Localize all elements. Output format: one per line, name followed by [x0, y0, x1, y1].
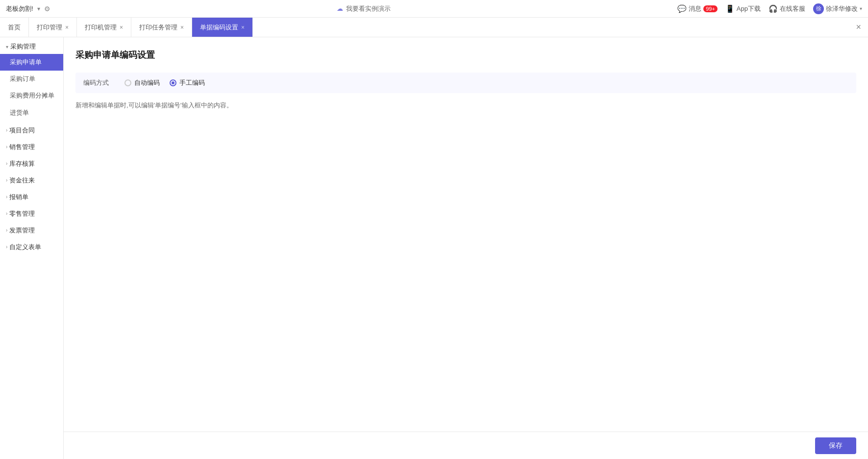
sidebar-group-sales-title[interactable]: › 销售管理	[0, 138, 63, 154]
tab-print-task[interactable]: 打印任务管理 ×	[131, 18, 192, 37]
reimbursement-arrow-icon: ›	[6, 194, 7, 200]
tab-code-setting-label: 单据编码设置	[200, 23, 238, 32]
tab-print-management[interactable]: 打印管理 ×	[29, 18, 77, 37]
auto-code-option[interactable]: 自动编码	[124, 78, 160, 87]
sidebar-group-custom-form: › 自定义表单	[0, 238, 63, 255]
purchase-group-label: 采购管理	[10, 42, 36, 51]
sidebar-group-invoice: › 发票管理	[0, 221, 63, 238]
sidebar-item-inbound[interactable]: 进货单	[0, 104, 63, 121]
tab-print-task-label: 打印任务管理	[139, 23, 177, 32]
sidebar-group-capital-title[interactable]: › 资金往来	[0, 171, 63, 188]
user-dropdown-icon: ▾	[860, 6, 862, 11]
app-download-button[interactable]: 📱 App下载	[725, 4, 761, 13]
sidebar-group-invoice-title[interactable]: › 发票管理	[0, 221, 63, 238]
close-all-tabs[interactable]: ×	[849, 18, 868, 37]
content-area: 采购申请单编码设置 编码方式 自动编码 手工编码	[64, 37, 868, 459]
tab-printer-management-close[interactable]: ×	[120, 24, 123, 31]
message-icon: 💬	[677, 4, 687, 13]
sidebar-group-purchase: ▾ 采购管理 采购申请单 采购订单 采购费用分摊单 进货单	[0, 37, 63, 121]
sales-arrow-icon: ›	[6, 144, 7, 150]
inventory-group-label: 库存核算	[9, 159, 35, 168]
retail-arrow-icon: ›	[6, 211, 7, 216]
sidebar-item-purchase-expense[interactable]: 采购费用分摊单	[0, 87, 63, 104]
tab-bar: 首页 打印管理 × 打印机管理 × 打印任务管理 × 单据编码设置 × ×	[0, 18, 868, 37]
sidebar-item-purchase-expense-label: 采购费用分摊单	[10, 92, 54, 99]
tab-code-setting[interactable]: 单据编码设置 ×	[192, 18, 253, 37]
page-title: 采购申请单编码设置	[75, 49, 856, 61]
sidebar-group-reimbursement: › 报销单	[0, 188, 63, 204]
tab-printer-management[interactable]: 打印机管理 ×	[77, 18, 131, 37]
service-label: 在线客服	[780, 4, 805, 13]
top-bar-left: 老板勿割! ▾ ⚙	[6, 4, 50, 13]
top-bar-right: 💬 消息 99+ 📱 App下载 🎧 在线客服 徐 徐泽华修改 ▾	[677, 3, 862, 14]
sidebar-item-purchase-order-label: 采购订单	[10, 75, 35, 82]
sidebar-group-reimbursement-title[interactable]: › 报销单	[0, 188, 63, 204]
tab-code-setting-close[interactable]: ×	[241, 24, 245, 31]
app-label: App下载	[737, 4, 761, 13]
top-bar: 老板勿割! ▾ ⚙ ☁ 我要看实例演示 💬 消息 99+ 📱 App下载 🎧 在…	[0, 0, 868, 18]
sidebar-item-inbound-label: 进货单	[10, 109, 29, 116]
app-icon: 📱	[725, 4, 735, 13]
auto-code-label: 自动编码	[134, 78, 160, 87]
sidebar-group-custom-form-title[interactable]: › 自定义表单	[0, 238, 63, 255]
manual-code-label: 手工编码	[179, 78, 205, 87]
sidebar-group-inventory-title[interactable]: › 库存核算	[0, 154, 63, 171]
sidebar-group-retail-title[interactable]: › 零售管理	[0, 204, 63, 221]
code-setting-row: 编码方式 自动编码 手工编码	[75, 73, 856, 93]
capital-group-label: 资金往来	[9, 176, 35, 185]
sales-group-label: 销售管理	[9, 143, 35, 152]
main-layout: ▾ 采购管理 采购申请单 采购订单 采购费用分摊单 进货单 › 项目合同	[0, 37, 868, 459]
project-group-label: 项目合同	[9, 126, 35, 135]
invoice-arrow-icon: ›	[6, 228, 7, 233]
avatar: 徐	[813, 3, 824, 14]
sidebar-group-retail: › 零售管理	[0, 204, 63, 221]
top-bar-center: ☁ 我要看实例演示	[337, 4, 391, 13]
sidebar-group-purchase-title[interactable]: ▾ 采购管理	[0, 37, 63, 54]
tab-print-management-close[interactable]: ×	[65, 24, 69, 31]
service-icon: 🎧	[769, 4, 778, 13]
logo-text: 老板勿割!	[6, 4, 33, 13]
description-text: 新增和编辑单据时,可以编辑'单据编号'输入框中的内容。	[75, 101, 856, 110]
reimbursement-group-label: 报销单	[9, 193, 28, 202]
manual-code-radio[interactable]	[170, 79, 176, 86]
project-arrow-icon: ›	[6, 128, 7, 133]
sidebar-item-purchase-request[interactable]: 采购申请单	[0, 54, 63, 71]
sidebar-item-purchase-order[interactable]: 采购订单	[0, 71, 63, 87]
tab-print-management-label: 打印管理	[37, 23, 62, 32]
dropdown-icon[interactable]: ▾	[37, 5, 40, 12]
sidebar-group-sales: › 销售管理	[0, 138, 63, 154]
online-service-button[interactable]: 🎧 在线客服	[769, 4, 805, 13]
message-button[interactable]: 💬 消息 99+	[677, 4, 718, 13]
retail-group-label: 零售管理	[9, 209, 35, 218]
auto-code-radio[interactable]	[124, 79, 131, 86]
content-footer: 保存	[64, 432, 868, 459]
custom-form-arrow-icon: ›	[6, 244, 7, 250]
manual-code-radio-dot	[172, 81, 174, 84]
capital-arrow-icon: ›	[6, 178, 7, 183]
manual-code-option[interactable]: 手工编码	[170, 78, 205, 87]
save-button[interactable]: 保存	[815, 437, 856, 454]
sidebar-group-project: › 项目合同	[0, 121, 63, 138]
tab-home[interactable]: 首页	[0, 18, 29, 37]
invoice-group-label: 发票管理	[9, 226, 35, 235]
purchase-arrow-icon: ▾	[6, 44, 8, 50]
radio-group: 自动编码 手工编码	[124, 78, 205, 87]
message-badge: 99+	[703, 5, 718, 12]
user-menu[interactable]: 徐 徐泽华修改 ▾	[813, 3, 862, 14]
message-label: 消息	[689, 4, 701, 13]
tab-printer-management-label: 打印机管理	[85, 23, 117, 32]
user-name: 徐泽华修改	[826, 4, 858, 13]
center-text[interactable]: 我要看实例演示	[346, 4, 391, 13]
sidebar-item-purchase-request-label: 采购申请单	[10, 58, 42, 66]
custom-form-group-label: 自定义表单	[9, 243, 41, 252]
content-body: 采购申请单编码设置 编码方式 自动编码 手工编码	[64, 37, 868, 432]
tab-print-task-close[interactable]: ×	[180, 24, 184, 31]
inventory-arrow-icon: ›	[6, 161, 7, 166]
sidebar: ▾ 采购管理 采购申请单 采购订单 采购费用分摊单 进货单 › 项目合同	[0, 37, 64, 459]
sidebar-group-capital: › 资金往来	[0, 171, 63, 188]
settings-icon[interactable]: ⚙	[44, 5, 50, 13]
cloud-icon: ☁	[337, 5, 343, 12]
sidebar-group-inventory: › 库存核算	[0, 154, 63, 171]
sidebar-group-project-title[interactable]: › 项目合同	[0, 121, 63, 138]
coding-label: 编码方式	[83, 78, 113, 87]
